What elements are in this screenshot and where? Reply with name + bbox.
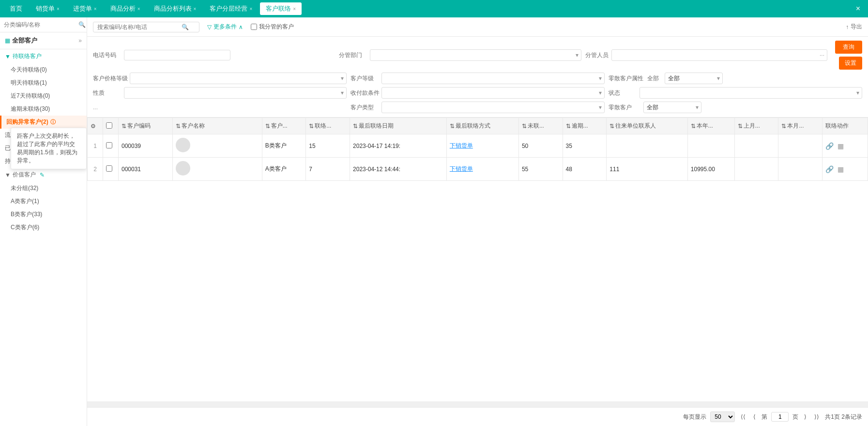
per-page-select[interactable]: 10 20 50 100 [710, 411, 735, 422]
sidebar-item-c-class[interactable]: C类客户(6) [0, 221, 87, 234]
filter-select-dept-wrap: ▾ [370, 49, 581, 61]
nav-home[interactable]: 首页 [4, 2, 28, 15]
filter-form: 电话号码 分管部门 ▾ 分管人员 ··· [87, 37, 868, 118]
filter-select-scattered-attr[interactable]: 全部 [665, 73, 723, 84]
filter-select-scattered-customer[interactable]: 全部 [643, 102, 701, 113]
filter-select-price-level[interactable] [130, 73, 347, 84]
filter-select-dept[interactable] [370, 49, 581, 61]
row-number: 1 [88, 134, 103, 158]
my-customer-checkbox[interactable] [251, 24, 257, 30]
filter-label-dept: 分管部门 [339, 51, 368, 59]
filter-label-customer-level: 客户等级 [350, 74, 380, 83]
nav-sales-order[interactable]: 销货单 × [30, 2, 65, 15]
sidebar-search-input[interactable] [4, 21, 76, 28]
sidebar-all-customers-label: 全部客户 [12, 36, 78, 45]
sort-icon-count: ⇅ [309, 123, 314, 130]
sort-icon-this-year: ⇅ [691, 123, 696, 130]
row-customer-type: A类客户 [262, 158, 306, 181]
row-last-contact-method: 下销货单 [446, 134, 518, 158]
select-all-checkbox[interactable] [106, 122, 112, 129]
row-checkbox[interactable] [106, 142, 112, 148]
row-name [173, 134, 262, 158]
sidebar-item-tomorrow[interactable]: 明天待联络(1) [0, 76, 87, 89]
row-contacts [607, 134, 688, 158]
export-btn[interactable]: ↑ 导出 [846, 23, 862, 31]
sidebar-item-b-class[interactable]: B类客户(33) [0, 208, 87, 221]
row-customer-type: B类客户 [262, 134, 306, 158]
prev-page-btn[interactable]: ⟨ [751, 412, 758, 421]
sidebar-search-icon[interactable]: 🔍 [78, 21, 86, 28]
sort-icon-date: ⇅ [353, 123, 358, 130]
th-settings: ⚙ [88, 118, 103, 134]
last-contact-method-link[interactable]: 下销货单 [450, 165, 473, 172]
last-contact-method-link[interactable]: 下销货单 [450, 142, 473, 149]
nav-product-analysis[interactable]: 商品分析 × [105, 2, 146, 15]
next-page-btn[interactable]: ⟩ [802, 412, 808, 421]
settings-button[interactable]: 设置 [839, 57, 862, 70]
filter-select-customer-type[interactable] [381, 102, 604, 113]
close-all-btn[interactable]: × [852, 4, 864, 13]
search-input[interactable] [97, 24, 180, 30]
export-icon: ↑ [846, 24, 849, 30]
row-this-month [778, 158, 822, 181]
row-code: 000031 [119, 158, 173, 181]
th-uncontacted: ⇅未联... [518, 118, 563, 134]
th-type: ⇅客户... [262, 118, 306, 134]
table-header-row: ⚙ ⇅客户编码 ⇅客户名称 ⇅客户... ⇅联络... ⇅最后联络日期 ⇅最后联… [88, 118, 868, 134]
nav-purchase-order[interactable]: 进货单 × [67, 2, 103, 15]
nav-product-analysis-list[interactable]: 商品分析列表 × [148, 2, 202, 15]
nav-customer-layered[interactable]: 客户分层经营 × [204, 2, 258, 15]
sidebar-group-pending-contact[interactable]: ▼ 待联络客户 [0, 49, 87, 63]
action-grid-icon[interactable]: ▦ [838, 142, 844, 150]
more-filter-btn[interactable]: ▽ 更多条件 ∧ [203, 21, 247, 32]
th-this-year: ⇅本年... [687, 118, 734, 134]
filter-field-status: 状态 ▾ [609, 87, 862, 99]
last-page-btn[interactable]: ⟩⟩ [812, 412, 821, 421]
filter-select-nature[interactable] [124, 87, 347, 99]
customer-table: ⚙ ⇅客户编码 ⇅客户名称 ⇅客户... ⇅联络... ⇅最后联络日期 ⇅最后联… [87, 118, 868, 181]
sort-icon-overdue: ⇅ [566, 123, 571, 130]
row-contact-count: 7 [306, 158, 350, 181]
filter-label-scattered-customer: 零散客户 [609, 103, 638, 112]
filter-field-customer-level: 客户等级 ▾ [350, 73, 604, 84]
sidebar-collapse-icon[interactable]: » [78, 37, 82, 44]
triangle-down-icon2: ▼ [5, 172, 11, 178]
filter-field-nature: 性质 ▾ [93, 87, 347, 99]
th-last-contact-method: ⇅最后联络方式 [446, 118, 518, 134]
row-last-contact-date: 2023-04-17 14:19: [350, 134, 447, 158]
horizontal-scrollbar[interactable] [87, 401, 868, 407]
sidebar-item-today[interactable]: 今天待联络(0) [0, 63, 87, 76]
filter-row-1: 电话号码 分管部门 ▾ 分管人员 ··· [93, 41, 862, 70]
filter-field-price-level: 客户价格等级 ▾ [93, 73, 347, 84]
filter-input-phone[interactable] [124, 50, 230, 60]
action-grid-icon[interactable]: ▦ [838, 165, 844, 173]
page-number-input[interactable] [771, 412, 789, 422]
sidebar-item-repurchase-abnormal[interactable]: 回购异常客户(2) ⓘ [0, 116, 87, 129]
settings-col-icon[interactable]: ⚙ [91, 123, 96, 130]
row-this-year: 10995.00 [687, 158, 734, 181]
row-checkbox[interactable] [106, 165, 112, 172]
sidebar-item-ungroup[interactable]: 未分组(32) [0, 182, 87, 195]
filter-row-3: 性质 ▾ 收付款条件 ▾ 状态 [93, 87, 862, 99]
filter-scattered-attr-all: 全部 [647, 74, 659, 83]
th-last-contact-date: ⇅最后联络日期 [350, 118, 447, 134]
filter-select-customer-level[interactable] [381, 73, 604, 84]
query-button[interactable]: 查询 [835, 41, 862, 54]
filter-icon: ▽ [207, 24, 212, 30]
action-link-icon[interactable]: 🔗 [825, 165, 834, 173]
edit-icon[interactable]: ✎ [40, 172, 45, 178]
filter-select-payment[interactable] [381, 87, 604, 99]
sidebar-group-value-customers[interactable]: ▼ 价值客户 ✎ [0, 168, 87, 182]
first-page-btn[interactable]: ⟨⟨ [739, 412, 747, 421]
filter-select-person[interactable] [611, 49, 827, 61]
filter-field-phone: 电话号码 [93, 50, 335, 60]
sidebar-item-7days[interactable]: 近7天待联络(0) [0, 89, 87, 103]
sidebar-item-overdue[interactable]: 逾期未联络(30) [0, 103, 87, 116]
sidebar-item-a-class[interactable]: A类客户(1) [0, 195, 87, 208]
filter-select-status[interactable] [640, 87, 862, 99]
filter-select-scattered-customer-wrap: 全部 ▾ [643, 102, 701, 113]
action-link-icon[interactable]: 🔗 [825, 142, 834, 150]
nav-customer-contact[interactable]: 客户联络 × [260, 2, 302, 15]
sort-icon-uncontacted: ⇅ [522, 123, 527, 130]
search-icon: 🔍 [182, 24, 189, 30]
